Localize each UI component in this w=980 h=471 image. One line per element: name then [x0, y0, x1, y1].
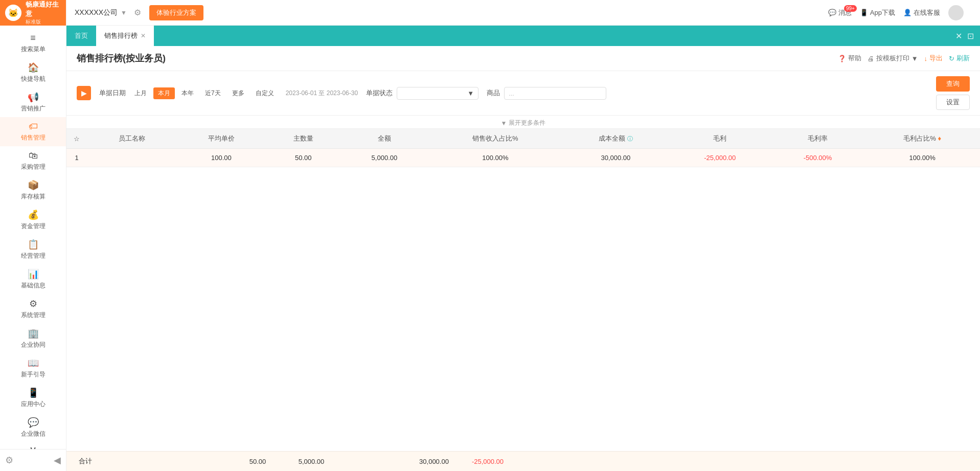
tab-minimize-icon[interactable]: ✕ [955, 31, 962, 41]
user-avatar[interactable] [948, 5, 964, 20]
sidebar-item-guide-label: 新手引导 [21, 370, 45, 379]
col-gross: 毛利 [669, 129, 771, 149]
sidebar-item-inventory-label: 库存核算 [21, 192, 45, 201]
app-download-icon: 📱 [860, 9, 868, 16]
sidebar-item-quick-nav-label: 快捷导航 [21, 75, 45, 83]
help-button[interactable]: ❓ 帮助 [838, 54, 861, 63]
table-footer: 合计 50.00 5,000.00 30,000.00 -25,000.00 [66, 451, 980, 471]
col-cost: 成本全额 ⓘ [562, 129, 669, 149]
tab-maximize-icon[interactable]: ⊡ [967, 31, 974, 41]
sidebar-item-finance[interactable]: 💰 资金管理 [0, 205, 66, 235]
sales-ranking-table: ☆ 员工名称 平均单价 主数量 全额 销售收入占比% 成本全额 ⓘ 毛利 毛利率… [66, 129, 980, 167]
expand-conditions-button[interactable]: ▼ 展开更多条件 [501, 119, 546, 127]
sidebar-item-sales[interactable]: 🏷 销售管理 [0, 117, 66, 146]
sidebar-item-member[interactable]: V 畅会员 [0, 442, 66, 449]
service-label: 在线客服 [914, 8, 940, 17]
operations-icon: 📋 [28, 239, 39, 250]
sidebar-item-wechat[interactable]: 💬 企业微信 [0, 413, 66, 442]
quick-nav-icon: 🏠 [28, 62, 39, 73]
sidebar-item-wechat-label: 企业微信 [21, 430, 45, 438]
sidebar-footer: ⚙ ◀ [0, 449, 66, 471]
date-tab-current-year[interactable]: 本年 [177, 87, 198, 99]
date-tab-current-month[interactable]: 本月 [153, 87, 175, 99]
sidebar-item-enterprise[interactable]: 🏢 企业协同 [0, 324, 66, 353]
app-subtitle: 标准版 [26, 18, 61, 26]
refresh-button[interactable]: ↻ 刷新 [949, 54, 970, 63]
sidebar-item-inventory[interactable]: 📦 库存核算 [0, 175, 66, 205]
print-button[interactable]: 🖨 按模板打印 ▼ [868, 54, 918, 63]
filter-toggle-button[interactable]: ▶ [77, 86, 91, 100]
topbar: XXXXXX公司 ▼ ⚙ 体验行业方案 💬 消息 99+ 📱 App下载 👤 在… [66, 0, 980, 26]
app-download-button[interactable]: 📱 App下载 [860, 8, 895, 17]
expand-row: ▼ 展开更多条件 [66, 116, 980, 129]
export-icon: ↓ [924, 55, 928, 62]
query-button[interactable]: 查询 [936, 76, 970, 92]
date-tab-last-month[interactable]: 上月 [130, 87, 151, 99]
sidebar-item-system[interactable]: ⚙ 系统管理 [0, 294, 66, 324]
collapse-footer-icon[interactable]: ◀ [54, 455, 61, 466]
table-container: ☆ 员工名称 平均单价 主数量 全额 销售收入占比% 成本全额 ⓘ 毛利 毛利率… [66, 129, 980, 451]
date-tab-custom[interactable]: 自定义 [251, 87, 279, 99]
sidebar-item-system-label: 系统管理 [21, 311, 45, 320]
tab-close-icon[interactable]: ✕ [141, 32, 146, 39]
goods-label: 商品 [487, 88, 500, 98]
print-icon: 🖨 [868, 55, 874, 62]
status-placeholder [401, 89, 403, 97]
topbar-settings-icon[interactable]: ⚙ [134, 8, 141, 17]
refresh-icon: ↻ [949, 55, 954, 62]
purchase-icon: 🛍 [29, 150, 38, 161]
page-title: 销售排行榜(按业务员) [77, 52, 166, 71]
help-icon: ❓ [838, 55, 846, 62]
sidebar: 🐱 畅康通好生意 标准版 ≡ 搜索菜单 🏠 快捷导航 📢 营销推广 🏷 销售管理… [0, 0, 66, 471]
sidebar-item-purchase[interactable]: 🛍 采购管理 [0, 146, 66, 175]
filter-status-group: 单据状态 ▼ [366, 87, 478, 100]
sidebar-nav: ≡ 搜索菜单 🏠 快捷导航 📢 营销推广 🏷 销售管理 🛍 采购管理 📦 库存核… [0, 26, 66, 449]
col-qty: 主数量 [266, 129, 340, 149]
tab-sales-ranking[interactable]: 销售排行榜 ✕ [96, 26, 154, 46]
date-label: 单据日期 [99, 88, 126, 98]
footer-cost: 30,000.00 [406, 458, 462, 465]
tabs-right-icons: ✕ ⊡ [955, 31, 980, 41]
col-settings-icon[interactable]: ☆ [66, 129, 87, 149]
date-tabs: 上月 本月 本年 近7天 更多 自定义 [130, 87, 279, 99]
col-gross-pct: 毛利占比% ♦ [864, 129, 980, 149]
page-header: 销售排行榜(按业务员) ❓ 帮助 🖨 按模板打印 ▼ ↓ 导出 ↻ 刷新 [66, 46, 980, 71]
inventory-icon: 📦 [28, 180, 39, 191]
export-button[interactable]: ↓ 导出 [924, 54, 943, 63]
sidebar-item-marketing[interactable]: 📢 营销推广 [0, 87, 66, 117]
sidebar-item-quick-nav[interactable]: 🏠 快捷导航 [0, 58, 66, 87]
settings-footer-icon[interactable]: ⚙ [5, 455, 13, 466]
refresh-label: 刷新 [956, 54, 970, 63]
status-select[interactable]: ▼ [397, 87, 478, 100]
date-tab-7days[interactable]: 近7天 [200, 87, 225, 99]
goods-input[interactable]: ... [504, 87, 606, 100]
online-service-button[interactable]: 👤 在线客服 [903, 8, 940, 17]
settings-button[interactable]: 设置 [936, 95, 970, 110]
enterprise-icon: 🏢 [28, 328, 39, 339]
tabs-bar: 首页 销售排行榜 ✕ ✕ ⊡ [66, 26, 980, 46]
sidebar-item-basic[interactable]: 📊 基础信息 [0, 264, 66, 294]
guide-icon: 📖 [28, 357, 39, 369]
table-header-row: ☆ 员工名称 平均单价 主数量 全额 销售收入占比% 成本全额 ⓘ 毛利 毛利率… [66, 129, 980, 149]
finance-icon: 💰 [28, 209, 39, 220]
company-selector[interactable]: XXXXXX公司 ▼ [75, 8, 127, 17]
message-icon: 💬 [828, 9, 836, 16]
status-label: 单据状态 [366, 88, 393, 98]
sidebar-item-operations[interactable]: 📋 经营管理 [0, 235, 66, 264]
cell-rank: 1 [66, 149, 87, 167]
sidebar-item-purchase-label: 采购管理 [21, 163, 45, 171]
sidebar-item-guide[interactable]: 📖 新手引导 [0, 353, 66, 383]
sidebar-logo: 🐱 畅康通好生意 标准版 [0, 0, 66, 26]
sidebar-item-apps[interactable]: 📱 应用中心 [0, 383, 66, 413]
filter-actions: 查询 设置 [936, 76, 970, 110]
filter-goods-group: 商品 ... [487, 87, 606, 100]
trial-button[interactable]: 体验行业方案 [149, 5, 203, 20]
tab-home[interactable]: 首页 [66, 26, 96, 46]
help-label: 帮助 [848, 54, 861, 63]
date-tab-more[interactable]: 更多 [227, 87, 249, 99]
main-area: XXXXXX公司 ▼ ⚙ 体验行业方案 💬 消息 99+ 📱 App下载 👤 在… [66, 0, 980, 471]
date-range-label: 2023-06-01 至 2023-06-30 [286, 89, 358, 98]
sidebar-item-search[interactable]: ≡ 搜索菜单 [0, 29, 66, 58]
message-button[interactable]: 💬 消息 99+ [828, 8, 852, 17]
sales-icon: 🏷 [29, 121, 38, 132]
